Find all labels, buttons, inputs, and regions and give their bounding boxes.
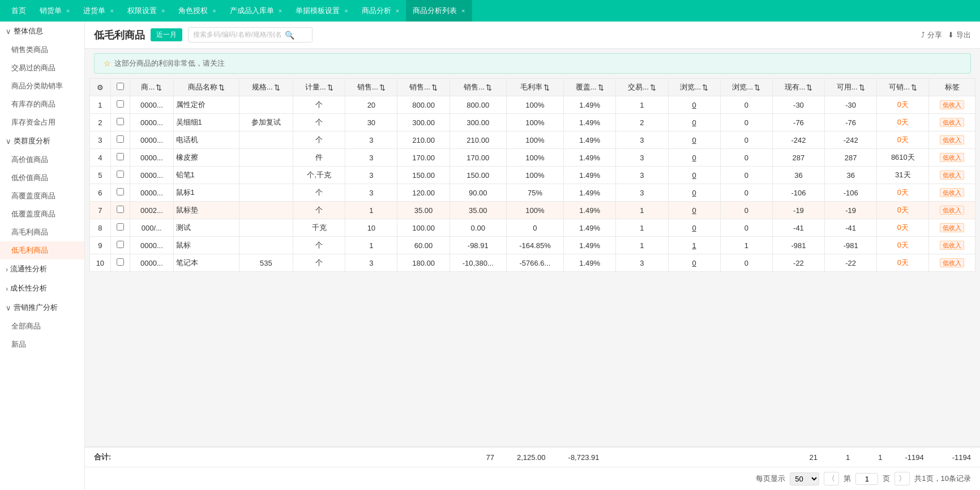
select-all-checkbox[interactable] [117, 83, 124, 90]
cell-browse1[interactable]: 0 [668, 114, 720, 131]
nav-template-settings[interactable]: 单据模板设置 × [289, 0, 354, 22]
cell-checkbox[interactable] [110, 184, 130, 202]
cell-checkbox[interactable] [110, 96, 130, 114]
th-browse1[interactable]: 浏览... ⇅ [668, 79, 720, 96]
cell-browse2: 0 [720, 219, 772, 237]
th-spec[interactable]: 规格... ⇅ [239, 79, 293, 96]
cell-browse1[interactable]: 0 [668, 149, 720, 167]
nav-product-storage[interactable]: 产成品入库单 × [223, 0, 289, 22]
th-code[interactable]: 商... ⇅ [130, 79, 173, 96]
export-button[interactable]: ⬇ 导出 [948, 30, 971, 40]
cell-browse1[interactable]: 1 [668, 237, 720, 254]
th-current-stock[interactable]: 现有... ⇅ [772, 79, 824, 96]
sidebar-item-low-coverage[interactable]: 低覆盖度商品 [0, 205, 84, 223]
nav-product-analysis[interactable]: 商品分析 × [355, 0, 406, 22]
cell-checkbox[interactable] [110, 237, 130, 254]
nav-purchase-order[interactable]: 进货单 × [76, 0, 120, 22]
th-unit[interactable]: 计量... ⇅ [293, 79, 345, 96]
table-row: 8 000/... 测试 千克 10 100.00 0.00 0 1.49% 1… [90, 219, 975, 237]
sidebar-item-new-products[interactable]: 新品 [0, 335, 84, 353]
sidebar-group-cluster[interactable]: ∨ 类群度分析 [0, 131, 84, 151]
cell-browse1[interactable]: 0 [668, 254, 720, 272]
sidebar-item-in-stock[interactable]: 有库存的商品 [0, 95, 84, 113]
per-page-select[interactable]: 50 100 200 [790, 472, 819, 485]
cell-coverage: 1.49% [564, 237, 616, 254]
nav-role-auth[interactable]: 角色授权 × [172, 0, 222, 22]
th-sales-amount[interactable]: 销售... ⇅ [450, 79, 506, 96]
th-checkbox[interactable] [110, 79, 130, 96]
th-transaction[interactable]: 交易... ⇅ [616, 79, 668, 96]
th-saleable[interactable]: 可销... ⇅ [877, 79, 929, 96]
sidebar-item-capital[interactable]: 库存资金占用 [0, 113, 84, 131]
sidebar-item-high-margin[interactable]: 高毛利商品 [0, 223, 84, 241]
sidebar-item-all-products[interactable]: 全部商品 [0, 317, 84, 335]
cell-checkbox[interactable] [110, 219, 130, 237]
cell-transaction: 3 [616, 184, 668, 202]
close-icon[interactable]: × [279, 0, 282, 22]
table-container[interactable]: ⚙ 商... ⇅ 商品名称 ⇅ 规格... ⇅ 计量... ⇅ 销售... ⇅ … [85, 78, 980, 446]
close-icon[interactable]: × [396, 0, 399, 22]
cell-gross-rate: 75% [506, 184, 563, 202]
close-icon[interactable]: × [212, 0, 216, 22]
sidebar-group-liquidity[interactable]: › 流通性分析 [0, 259, 84, 279]
close-icon[interactable]: × [66, 0, 70, 22]
cell-checkbox[interactable] [110, 131, 130, 149]
prev-page-button[interactable]: 〈 [824, 472, 839, 485]
search-icon[interactable]: 🔍 [285, 31, 294, 40]
th-browse2[interactable]: 浏览... ⇅ [720, 79, 772, 96]
cell-browse1[interactable]: 0 [668, 96, 720, 114]
sidebar-group-overall[interactable]: ∨ 整体信息 [0, 22, 84, 41]
nav-home[interactable]: 首页 [5, 0, 33, 22]
header-actions: ⤴ 分享 ⬇ 导出 [921, 30, 971, 40]
sidebar-item-low-margin[interactable]: 低毛利商品 [0, 241, 84, 259]
cell-browse1[interactable]: 0 [668, 131, 720, 149]
sidebar-item-sales-products[interactable]: 销售类商品 [0, 41, 84, 59]
page-input[interactable] [855, 473, 878, 485]
cell-no: 10 [90, 254, 111, 272]
th-sales-qty[interactable]: 销售... ⇅ [345, 79, 397, 96]
sidebar-group-marketing[interactable]: ∨ 营销推广分析 [0, 298, 84, 317]
close-icon[interactable]: × [344, 0, 348, 22]
nav-product-analysis-list[interactable]: 商品分析列表 × [406, 0, 472, 22]
th-gross-rate[interactable]: 毛利率 ⇅ [506, 79, 563, 96]
cell-browse1[interactable]: 0 [668, 219, 720, 237]
th-sales-price[interactable]: 销售... ⇅ [397, 79, 450, 96]
total-sales-price: 2,125.00 [517, 453, 546, 462]
th-settings[interactable]: ⚙ [90, 79, 111, 96]
cell-name: 测试 [173, 219, 239, 237]
sidebar-item-high-coverage[interactable]: 高覆盖度商品 [0, 187, 84, 205]
cell-checkbox[interactable] [110, 114, 130, 131]
next-page-button[interactable]: 〉 [895, 472, 910, 485]
cell-checkbox[interactable] [110, 202, 130, 219]
search-box[interactable]: 搜索多码/编码/名称/规格/别名 🔍 [188, 27, 313, 42]
cell-browse1[interactable]: 0 [668, 184, 720, 202]
sidebar-item-traded-products[interactable]: 交易过的商品 [0, 59, 84, 77]
th-name[interactable]: 商品名称 ⇅ [173, 79, 239, 96]
nav-permission[interactable]: 权限设置 × [121, 0, 172, 22]
nav-sales-order[interactable]: 销货单 × [33, 0, 76, 22]
cell-browse1[interactable]: 0 [668, 202, 720, 219]
th-coverage[interactable]: 覆盖... ⇅ [564, 79, 616, 96]
cell-checkbox[interactable] [110, 254, 130, 272]
period-button[interactable]: 近一月 [151, 28, 182, 41]
close-icon[interactable]: × [110, 0, 113, 22]
sidebar-item-category-rate[interactable]: 商品分类助销率 [0, 77, 84, 95]
cell-no: 5 [90, 167, 111, 184]
search-placeholder: 搜索多码/编码/名称/规格/别名 [193, 30, 282, 40]
cell-checkbox[interactable] [110, 167, 130, 184]
cell-checkbox[interactable] [110, 149, 130, 167]
cell-saleable: 0天 [877, 254, 929, 272]
th-tag[interactable]: 标签 [929, 79, 975, 96]
cell-browse1[interactable]: 0 [668, 167, 720, 184]
cell-code: 0000... [130, 96, 173, 114]
cell-code: 0000... [130, 167, 173, 184]
share-button[interactable]: ⤴ 分享 [921, 30, 942, 40]
sidebar-item-low-value[interactable]: 低价值商品 [0, 169, 84, 187]
close-icon[interactable]: × [161, 0, 165, 22]
sidebar-group-growth[interactable]: › 成长性分析 [0, 279, 84, 298]
cell-current-stock: -41 [772, 219, 824, 237]
sort-icon: ⇅ [379, 83, 386, 92]
close-icon[interactable]: × [461, 0, 465, 22]
sidebar-item-high-value[interactable]: 高价值商品 [0, 151, 84, 169]
th-available[interactable]: 可用... ⇅ [825, 79, 877, 96]
